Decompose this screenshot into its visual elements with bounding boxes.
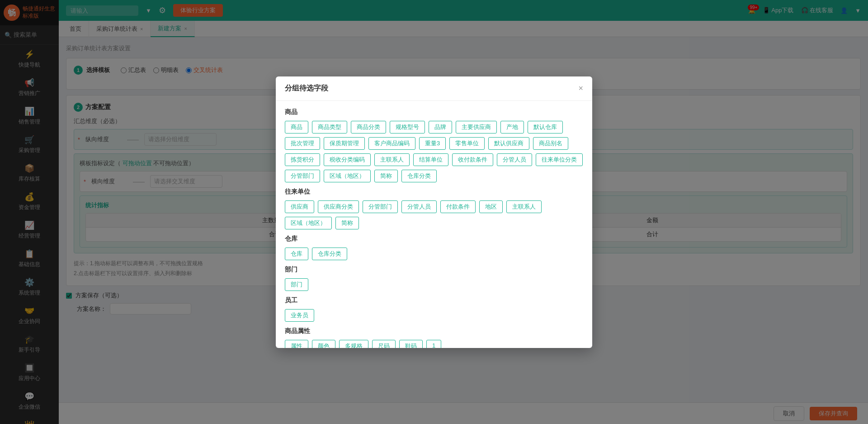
field-tag-仓库[interactable]: 仓库 xyxy=(285,248,308,260)
field-tag-结算单位[interactable]: 结算单位 xyxy=(413,153,448,166)
field-tag-商品别名[interactable]: 商品别名 xyxy=(533,137,568,150)
field-tag-拣货积分[interactable]: 拣货积分 xyxy=(285,153,320,166)
modal-section-title-product_attr: 商品属性 xyxy=(285,327,583,335)
modal-title: 分组待选字段 xyxy=(285,84,328,93)
field-tag-多规格[interactable]: 多规格 xyxy=(339,340,368,348)
modal-section-title-warehouse: 仓库 xyxy=(285,235,583,243)
field-tag-分管部门[interactable]: 分管部门 xyxy=(363,200,398,213)
field-tag-付款条件[interactable]: 付款条件 xyxy=(440,200,476,213)
field-tag-主联系人[interactable]: 主联系人 xyxy=(374,153,410,166)
modal-section-title-goods: 商品 xyxy=(285,108,583,116)
field-tag-主要供应商[interactable]: 主要供应商 xyxy=(456,121,497,133)
modal-section-fields-department: 部门 xyxy=(285,278,583,291)
field-tag-区域（地区）[interactable]: 区域（地区） xyxy=(324,170,371,182)
field-tag-分管人员[interactable]: 分管人员 xyxy=(497,153,532,166)
modal-body: 商品商品商品类型商品分类规格型号品牌主要供应商产地默认仓库批次管理保质期管理客户… xyxy=(276,101,592,348)
modal-section-title-partner: 往来单位 xyxy=(285,188,583,196)
field-tag-地区[interactable]: 地区 xyxy=(479,200,503,213)
modal-section-fields-goods: 商品商品类型商品分类规格型号品牌主要供应商产地默认仓库批次管理保质期管理客户商品… xyxy=(285,121,583,182)
modal-header: 分组待选字段 × xyxy=(276,76,592,101)
modal-section-title-department: 部门 xyxy=(285,266,583,274)
modal-section-fields-product_attr: 属性颜色多规格尺码鞋码1 xyxy=(285,340,583,348)
field-tag-仓库分类[interactable]: 仓库分类 xyxy=(312,248,347,260)
field-tag-1[interactable]: 1 xyxy=(426,340,441,348)
modal-close-button[interactable]: × xyxy=(578,84,583,93)
field-tag-默认供应商[interactable]: 默认供应商 xyxy=(488,137,529,150)
field-tag-商品分类[interactable]: 商品分类 xyxy=(351,121,386,133)
field-tag-商品[interactable]: 商品 xyxy=(285,121,308,133)
modal-section-fields-employee: 业务员 xyxy=(285,309,583,322)
field-tag-鞋码[interactable]: 鞋码 xyxy=(399,340,423,348)
field-tag-尺码[interactable]: 尺码 xyxy=(372,340,396,348)
field-tag-收付款条件[interactable]: 收付款条件 xyxy=(452,153,493,166)
field-tag-零售单位[interactable]: 零售单位 xyxy=(449,137,485,150)
field-tag-仓库分类[interactable]: 仓库分类 xyxy=(401,170,437,182)
field-tag-主联系人[interactable]: 主联系人 xyxy=(506,200,542,213)
field-select-modal: 分组待选字段 × 商品商品商品类型商品分类规格型号品牌主要供应商产地默认仓库批次… xyxy=(276,76,592,348)
field-tag-业务员[interactable]: 业务员 xyxy=(285,309,314,322)
field-tag-区域（地区）[interactable]: 区域（地区） xyxy=(285,217,332,229)
field-tag-部门[interactable]: 部门 xyxy=(285,278,308,291)
field-tag-简称[interactable]: 简称 xyxy=(335,217,359,229)
field-tag-供应商分类[interactable]: 供应商分类 xyxy=(318,200,359,213)
field-tag-分管人员[interactable]: 分管人员 xyxy=(401,200,437,213)
field-tag-批次管理[interactable]: 批次管理 xyxy=(285,137,320,150)
field-tag-客户商品编码[interactable]: 客户商品编码 xyxy=(368,137,415,150)
field-tag-规格型号[interactable]: 规格型号 xyxy=(390,121,425,133)
modal-section-title-employee: 员工 xyxy=(285,296,583,305)
modal-overlay: 分组待选字段 × 商品商品商品类型商品分类规格型号品牌主要供应商产地默认仓库批次… xyxy=(0,0,868,424)
field-tag-颜色[interactable]: 颜色 xyxy=(312,340,335,348)
field-tag-属性[interactable]: 属性 xyxy=(285,340,308,348)
field-tag-往来单位分类[interactable]: 往来单位分类 xyxy=(536,153,583,166)
field-tag-供应商[interactable]: 供应商 xyxy=(285,200,314,213)
field-tag-重量3[interactable]: 重量3 xyxy=(419,137,446,150)
field-tag-品牌[interactable]: 品牌 xyxy=(429,121,452,133)
field-tag-保质期管理[interactable]: 保质期管理 xyxy=(324,137,365,150)
field-tag-分管部门[interactable]: 分管部门 xyxy=(285,170,320,182)
field-tag-默认仓库[interactable]: 默认仓库 xyxy=(528,121,563,133)
field-tag-商品类型[interactable]: 商品类型 xyxy=(312,121,347,133)
field-tag-简称[interactable]: 简称 xyxy=(374,170,398,182)
field-tag-税收分类编码[interactable]: 税收分类编码 xyxy=(324,153,371,166)
modal-section-fields-partner: 供应商供应商分类分管部门分管人员付款条件地区主联系人区域（地区）简称 xyxy=(285,200,583,229)
modal-section-fields-warehouse: 仓库仓库分类 xyxy=(285,248,583,260)
field-tag-产地[interactable]: 产地 xyxy=(500,121,524,133)
